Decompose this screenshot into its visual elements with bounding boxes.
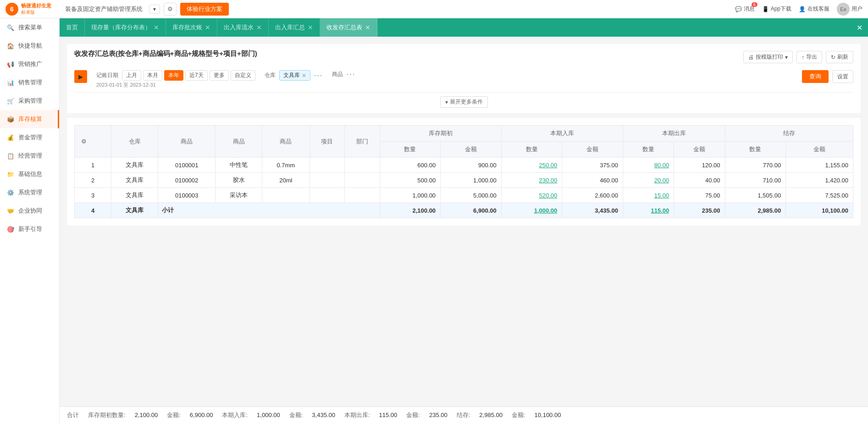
row1-in-amt: 375.00: [562, 158, 623, 173]
tab-home[interactable]: 首页: [60, 18, 85, 37]
subtotal-in-qty[interactable]: 1,000.00: [501, 203, 562, 218]
tab-inventory-dist[interactable]: 现存量（库存分布表） ✕: [85, 18, 166, 37]
system-dropdown[interactable]: ▾: [149, 5, 160, 14]
date-btn-this-year[interactable]: 本年: [164, 70, 183, 81]
warehouse-label: 仓库: [265, 71, 276, 79]
page-header-actions: 🖨 按模版打印 ▾ ↑ 导出 ↻ 刷新: [743, 51, 853, 63]
row3-spec: [262, 188, 310, 203]
app-container: 6 畅捷通好生意 标准版 装备及固定资产辅助管理系统 ▾ ⚙ 体验行业方案 💬 …: [0, 0, 868, 423]
print-button[interactable]: 🖨 按模版打印 ▾: [743, 51, 793, 63]
row1-code: 0100001: [158, 158, 216, 173]
th-col-settings[interactable]: ⚙: [75, 126, 111, 158]
marketing-icon: 📢: [6, 61, 15, 68]
sidebar-item-newbie[interactable]: 🎯 新手引导: [0, 220, 59, 238]
total-open-amt: 6,900.00: [190, 412, 213, 418]
row2-close-qty: 710.00: [725, 173, 786, 188]
trial-button[interactable]: 体验行业方案: [180, 3, 229, 16]
newbie-icon: 🎯: [6, 226, 15, 233]
table-row: 2 文具库 0100002 胶水 20ml 500.00 1,000.00 23…: [75, 173, 853, 188]
content-area: 首页 现存量（库存分布表） ✕ 库存批次账 ✕ 出入库流水 ✕ 出入库汇总 ✕: [60, 18, 868, 423]
tab-batch-account[interactable]: 库存批次账 ✕: [166, 18, 217, 37]
date-btn-last-month[interactable]: 上月: [122, 70, 141, 81]
subtotal-out-amt: 235.00: [674, 203, 725, 218]
user-area[interactable]: Ea 用户: [837, 3, 862, 16]
subtotal-in-amt: 3,435.00: [562, 203, 623, 218]
tab-close-receive-send[interactable]: ✕: [365, 24, 370, 31]
bottom-bar: 合计 库存期初数量: 2,100.00 金额: 6,900.00 本期入库: 1…: [60, 407, 868, 423]
tab-close-batch-account[interactable]: ✕: [205, 24, 210, 31]
goods-label: 商品: [332, 71, 343, 78]
subtotal-open-amt: 6,900.00: [441, 203, 502, 218]
tab-inout-flow[interactable]: 出入库流水 ✕: [217, 18, 269, 37]
chevron-down-icon-expand: ▾: [445, 99, 448, 105]
inventory-icon: 📦: [6, 116, 15, 123]
refresh-button[interactable]: ↻ 刷新: [826, 51, 853, 63]
subtotal-row: 4 文具库 小计 2,100.00 6,900.00 1,000.00 3,43…: [75, 203, 853, 218]
total-open-amt-label: 金额:: [167, 411, 181, 419]
sidebar-item-enterprise[interactable]: 🤝 企业协同: [0, 202, 59, 220]
goods-more[interactable]: ···: [347, 70, 355, 78]
sidebar-item-basic[interactable]: 📁 基础信息: [0, 165, 59, 183]
tab-close-inout-flow[interactable]: ✕: [256, 24, 262, 31]
row2-out-qty[interactable]: 20.00: [623, 173, 674, 188]
tab-close-inventory-dist[interactable]: ✕: [154, 24, 159, 31]
warehouse-more[interactable]: ···: [314, 71, 323, 80]
tab-bar-close-all[interactable]: ✕: [851, 23, 868, 32]
table-row: 3 文具库 0100003 采访本 1,000.00 5,000.00 520.…: [75, 188, 853, 203]
sidebar-item-system[interactable]: ⚙️ 系统管理: [0, 183, 59, 202]
export-button[interactable]: ↑ 导出: [796, 51, 822, 63]
sidebar-item-search[interactable]: 🔍 搜索菜单: [0, 18, 59, 37]
row2-spec: 20ml: [262, 173, 310, 188]
tab-receive-send-summary[interactable]: 收发存汇总表 ✕: [320, 18, 377, 37]
system-icon: ⚙️: [6, 189, 15, 196]
gear-button[interactable]: ⚙: [164, 3, 177, 16]
column-settings-icon[interactable]: ⚙: [77, 135, 90, 148]
sidebar-item-purchase[interactable]: 🛒 采购管理: [0, 92, 59, 110]
sidebar: 🔍 搜索菜单 🏠 快捷导航 📢 营销推广 📊 销售管理 🛒 采购管理 📦: [0, 18, 60, 423]
sidebar-item-inventory[interactable]: 📦 库存核算: [0, 110, 59, 128]
tab-close-inout-summary[interactable]: ✕: [308, 24, 313, 31]
subtotal-out-qty[interactable]: 115.00: [623, 203, 674, 218]
date-btn-custom[interactable]: 自定义: [231, 70, 255, 81]
date-btn-this-month[interactable]: 本月: [143, 70, 162, 81]
row2-in-amt: 460.00: [562, 173, 623, 188]
date-btn-7days[interactable]: 近7天: [185, 70, 208, 81]
row1-in-qty[interactable]: 250.00: [501, 158, 562, 173]
row2-name: 胶水: [216, 173, 262, 188]
sidebar-item-sales[interactable]: 📊 销售管理: [0, 73, 59, 92]
settings-button[interactable]: 设置: [832, 70, 853, 83]
app-download-button[interactable]: 📱 App下载: [762, 5, 791, 13]
online-service-button[interactable]: 👤 在线客服: [799, 5, 829, 13]
row1-close-qty: 770.00: [725, 158, 786, 173]
query-button[interactable]: 查询: [802, 70, 829, 83]
row3-in-qty[interactable]: 520.00: [501, 188, 562, 203]
warehouse-tag-close[interactable]: ✕: [302, 72, 306, 79]
sidebar-item-marketing[interactable]: 📢 营销推广: [0, 55, 59, 73]
sidebar-item-operation[interactable]: 📋 经营管理: [0, 147, 59, 165]
row3-out-qty[interactable]: 15.00: [623, 188, 674, 203]
date-btn-more[interactable]: 更多: [210, 70, 229, 81]
print-icon: 🖨: [748, 54, 754, 60]
message-button[interactable]: 💬 消息 6: [735, 5, 755, 13]
sidebar-item-quick-nav[interactable]: 🏠 快捷导航: [0, 37, 59, 55]
total-out-qty: 115.00: [379, 412, 398, 418]
sidebar-item-finance[interactable]: 💰 资金管理: [0, 128, 59, 147]
tab-inout-summary[interactable]: 出入库汇总 ✕: [269, 18, 320, 37]
main-area: 🔍 搜索菜单 🏠 快捷导航 📢 营销推广 📊 销售管理 🛒 采购管理 📦: [0, 18, 868, 423]
th-closing-qty: 数量: [725, 142, 786, 158]
row2-in-qty[interactable]: 230.00: [501, 173, 562, 188]
system-area: 装备及固定资产辅助管理系统 ▾ ⚙ 体验行业方案: [65, 3, 735, 16]
subtotal-close-qty: 2,985.00: [725, 203, 786, 218]
filter-arrow[interactable]: ▶: [74, 70, 87, 83]
top-bar-right: 💬 消息 6 📱 App下载 👤 在线客服 Ea 用户: [735, 3, 862, 16]
row1-spec: 0.7mm: [262, 158, 310, 173]
th-opening-qty: 数量: [380, 142, 441, 158]
expand-button[interactable]: ▾ 展开更多条件: [440, 96, 488, 108]
th-department: 部门: [345, 126, 380, 158]
th-project: 项目: [310, 126, 344, 158]
enterprise-icon: 🤝: [6, 208, 15, 214]
total-in-amt: 3,435.00: [312, 412, 335, 418]
row3-name: 采访本: [216, 188, 262, 203]
warehouse-filter: 仓库 文具库 ✕ ···: [265, 70, 323, 81]
row1-out-qty[interactable]: 80.00: [623, 158, 674, 173]
